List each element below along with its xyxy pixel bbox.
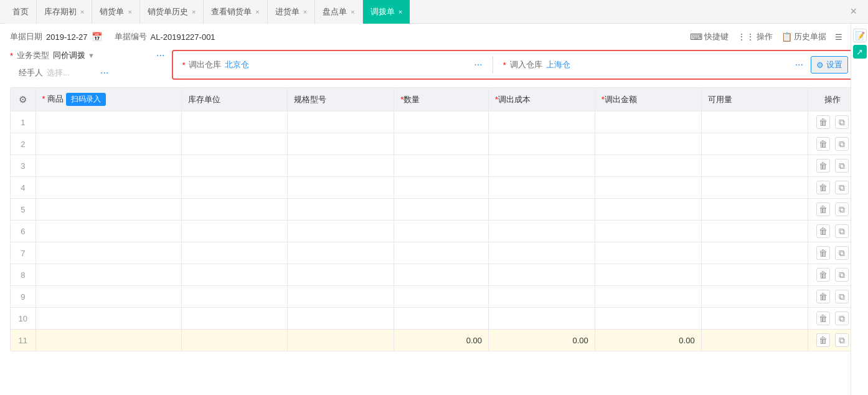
business-type-select[interactable]: 同价调拨 ▼	[53, 50, 153, 61]
spec-cell[interactable]	[288, 199, 394, 221]
delete-row-button[interactable]: 🗑	[816, 290, 830, 303]
spec-cell[interactable]	[288, 308, 394, 330]
spec-cell[interactable]	[288, 242, 394, 264]
handler-more-icon[interactable]: ···	[100, 67, 108, 79]
copy-row-button[interactable]: ⧉	[835, 202, 849, 216]
unit-cell[interactable]	[181, 286, 288, 308]
unit-cell[interactable]	[181, 199, 288, 221]
tab-view-sales-close[interactable]: ×	[255, 8, 259, 16]
unit-cell[interactable]	[181, 221, 288, 242]
tab-purchase-order[interactable]: 进货单 ×	[268, 0, 315, 24]
tab-sales-history[interactable]: 销货单历史 ×	[140, 0, 204, 24]
copy-icon[interactable]: ⧉	[835, 333, 849, 347]
tab-sales-order[interactable]: 销货单 ×	[92, 0, 139, 24]
spec-cell[interactable]	[288, 286, 394, 308]
delete-row-button[interactable]: 🗑	[816, 312, 830, 325]
quantity-cell[interactable]	[394, 199, 489, 221]
calendar-icon[interactable]: 📅	[92, 32, 102, 42]
table-scroll[interactable]: ⚙ * 商品 扫码录入 库存单位 规格型号 *数量 *调	[11, 88, 857, 351]
quantity-cell[interactable]	[394, 286, 489, 308]
spec-cell[interactable]	[288, 221, 394, 242]
cost-cell[interactable]	[489, 308, 595, 330]
product-cell[interactable]	[35, 112, 181, 133]
tab-transfer-order-close[interactable]: ×	[399, 8, 402, 16]
unit-cell[interactable]	[181, 308, 288, 330]
product-cell[interactable]	[35, 264, 181, 286]
business-type-more-icon[interactable]: ···	[156, 50, 164, 61]
amount-cell[interactable]	[595, 242, 701, 264]
copy-row-button[interactable]: ⧉	[835, 290, 849, 303]
cost-cell[interactable]	[489, 199, 595, 221]
tab-inventory-check[interactable]: 盘点单 ×	[315, 0, 362, 24]
amount-cell[interactable]	[595, 286, 701, 308]
unit-cell[interactable]	[181, 112, 288, 133]
product-cell[interactable]	[35, 286, 181, 308]
product-cell[interactable]	[35, 221, 181, 242]
scan-input-button[interactable]: 扫码录入	[66, 93, 106, 106]
delete-row-button[interactable]: 🗑	[816, 181, 830, 194]
spec-cell[interactable]	[288, 177, 394, 199]
delete-row-button[interactable]: 🗑	[816, 115, 830, 129]
quantity-cell[interactable]	[394, 177, 489, 199]
source-warehouse-value[interactable]: 北京仓	[225, 59, 249, 70]
unit-cell[interactable]	[181, 242, 288, 264]
unit-cell[interactable]	[181, 264, 288, 286]
quantity-cell[interactable]	[394, 242, 489, 264]
unit-cell[interactable]	[181, 155, 288, 177]
cost-cell[interactable]	[489, 242, 595, 264]
copy-row-button[interactable]: ⧉	[835, 159, 849, 173]
layout-toggle-1[interactable]: ☰	[835, 32, 842, 42]
copy-row-button[interactable]: ⧉	[835, 312, 849, 325]
copy-row-button[interactable]: ⧉	[835, 181, 849, 194]
amount-cell[interactable]	[595, 155, 701, 177]
unit-cell[interactable]	[181, 177, 288, 199]
handler-placeholder[interactable]: 选择...	[47, 67, 97, 79]
delete-row-button[interactable]: 🗑	[816, 137, 830, 151]
sidebar-expand-button[interactable]: ↗	[853, 45, 867, 59]
sidebar-notes-button[interactable]: 📝	[853, 29, 867, 42]
quantity-cell[interactable]	[394, 264, 489, 286]
window-close-button[interactable]: ×	[844, 5, 863, 18]
amount-cell[interactable]	[595, 221, 701, 242]
product-cell[interactable]	[35, 308, 181, 330]
product-cell[interactable]	[35, 242, 181, 264]
spec-cell[interactable]	[288, 112, 394, 133]
unit-cell[interactable]	[181, 133, 288, 155]
cost-cell[interactable]	[489, 112, 595, 133]
history-action[interactable]: 📋 历史单据	[781, 31, 826, 42]
tab-purchase-order-close[interactable]: ×	[303, 8, 307, 16]
tab-inventory-init-close[interactable]: ×	[80, 8, 84, 16]
tab-transfer-order[interactable]: 调拨单 ×	[363, 0, 410, 24]
delete-row-button[interactable]: 🗑	[816, 224, 830, 238]
copy-row-button[interactable]: ⧉	[835, 268, 849, 282]
cost-cell[interactable]	[489, 286, 595, 308]
amount-cell[interactable]	[595, 264, 701, 286]
quantity-cell[interactable]	[394, 112, 489, 133]
amount-cell[interactable]	[595, 199, 701, 221]
tab-inventory-check-close[interactable]: ×	[351, 8, 354, 16]
spec-cell[interactable]	[288, 264, 394, 286]
cost-cell[interactable]	[489, 264, 595, 286]
shortcut-action[interactable]: ⌨ 快捷键	[690, 31, 729, 42]
target-warehouse-value[interactable]: 上海仓	[546, 59, 570, 70]
product-cell[interactable]	[35, 155, 181, 177]
operations-action[interactable]: ⋮⋮ 操作	[737, 31, 773, 42]
copy-row-button[interactable]: ⧉	[835, 246, 849, 260]
tab-sales-history-close[interactable]: ×	[192, 8, 196, 16]
settings-button[interactable]: ⚙ 设置	[811, 56, 848, 74]
target-warehouse-more-icon[interactable]: ···	[795, 59, 803, 70]
source-warehouse-more-icon[interactable]: ···	[474, 59, 482, 70]
cost-cell[interactable]	[489, 221, 595, 242]
spec-cell[interactable]	[288, 133, 394, 155]
cost-cell[interactable]	[489, 177, 595, 199]
amount-cell[interactable]	[595, 112, 701, 133]
tab-sales-order-close[interactable]: ×	[128, 8, 131, 16]
quantity-cell[interactable]	[394, 221, 489, 242]
product-cell[interactable]	[35, 199, 181, 221]
delete-icon[interactable]: 🗑	[816, 333, 830, 347]
delete-row-button[interactable]: 🗑	[816, 268, 830, 282]
delete-row-button[interactable]: 🗑	[816, 246, 830, 260]
delete-row-button[interactable]: 🗑	[816, 159, 830, 173]
tab-home[interactable]: 首页	[5, 0, 37, 24]
copy-row-button[interactable]: ⧉	[835, 137, 849, 151]
